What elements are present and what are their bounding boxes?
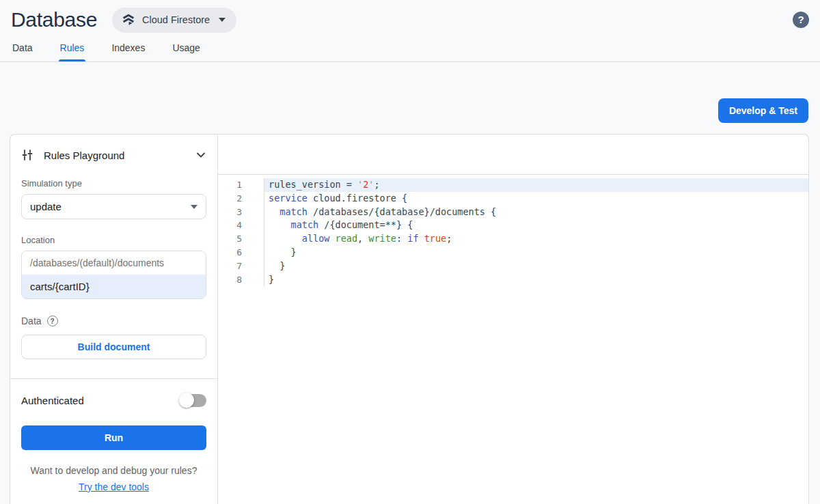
tab-indexes[interactable]: Indexes [110, 42, 146, 61]
data-label-row: Data ? [21, 316, 206, 326]
simulation-type-value: update [30, 201, 62, 212]
code-text: } [264, 273, 808, 287]
location-prefix-input[interactable] [22, 251, 206, 275]
authenticated-row: Authenticated [21, 393, 206, 408]
line-number: 5 [218, 232, 264, 246]
chevron-down-icon [195, 150, 206, 160]
panel-divider [10, 378, 217, 379]
editor-toolbar [218, 135, 808, 175]
line-number: 8 [218, 273, 264, 287]
data-label: Data [21, 316, 42, 326]
action-band: Develop & Test [0, 62, 820, 134]
rules-code-editor: 1rules_version = '2';2service cloud.fire… [218, 135, 808, 504]
product-selector-dropdown[interactable]: Cloud Firestore [112, 8, 236, 33]
tab-rules[interactable]: Rules [59, 42, 86, 61]
toggle-thumb [179, 393, 194, 408]
tab-usage[interactable]: Usage [171, 42, 201, 61]
rules-playground-panel: Rules Playground Simulation type update … [10, 135, 218, 504]
location-path-input[interactable] [22, 275, 206, 298]
authenticated-label: Authenticated [21, 395, 84, 406]
product-selector-label: Cloud Firestore [142, 14, 210, 25]
code-line-5[interactable]: 5 allow read, write: if true; [218, 232, 808, 246]
tune-icon [21, 148, 35, 162]
code-text: rules_version = '2'; [264, 178, 808, 192]
run-button[interactable]: Run [21, 425, 206, 450]
code-text: match /{document=**} { [264, 219, 808, 232]
data-help-icon[interactable]: ? [47, 316, 58, 326]
question-mark-icon: ? [797, 14, 804, 25]
code-text: } [264, 246, 808, 260]
code-line-7[interactable]: 7 } [218, 260, 808, 273]
rules-card: Rules Playground Simulation type update … [10, 134, 809, 504]
simulation-type-select[interactable]: update [21, 194, 206, 219]
tab-data[interactable]: Data [11, 42, 34, 61]
code-line-2[interactable]: 2service cloud.firestore { [218, 192, 808, 206]
rules-playground-header[interactable]: Rules Playground [10, 135, 217, 176]
code-area[interactable]: 1rules_version = '2';2service cloud.fire… [218, 175, 808, 504]
tab-bar: DataRulesIndexesUsage [0, 37, 820, 62]
line-number: 4 [218, 219, 264, 232]
build-document-button[interactable]: Build document [21, 335, 206, 359]
panel-body: Simulation type update Location Data ? [10, 176, 217, 493]
help-button[interactable]: ? [793, 12, 809, 28]
develop-and-test-button[interactable]: Develop & Test [718, 98, 808, 123]
line-number: 3 [218, 206, 264, 219]
line-number: 7 [218, 260, 264, 273]
firebase-database-rules-page: Database Cloud Firestore ? DataRulesInde… [0, 0, 820, 504]
collapse-panel-button[interactable] [195, 150, 206, 160]
location-field [21, 251, 206, 299]
chevron-down-icon [191, 205, 197, 209]
code-text: } [264, 260, 808, 273]
code-line-6[interactable]: 6 } [218, 246, 808, 260]
line-number: 2 [218, 192, 264, 206]
dev-tools-question: Want to develop and debug your rules? [21, 465, 206, 476]
code-line-3[interactable]: 3 match /databases/{database}/documents … [218, 206, 808, 219]
location-label: Location [21, 235, 206, 245]
chevron-down-icon [219, 18, 226, 22]
code-line-1[interactable]: 1rules_version = '2'; [218, 178, 808, 192]
code-line-4[interactable]: 4 match /{document=**} { [218, 219, 808, 232]
app-header: Database Cloud Firestore ? [0, 0, 820, 37]
line-number: 1 [218, 178, 264, 192]
code-text: match /databases/{database}/documents { [264, 206, 808, 219]
try-dev-tools-link[interactable]: Try the dev tools [79, 481, 149, 492]
rules-playground-title: Rules Playground [44, 150, 187, 161]
firestore-icon [121, 12, 136, 27]
page-title: Database [11, 8, 97, 31]
panel-footer: Want to develop and debug your rules? Tr… [21, 465, 206, 493]
code-text: allow read, write: if true; [264, 232, 808, 246]
simulation-type-label: Simulation type [21, 178, 206, 188]
line-number: 6 [218, 246, 264, 260]
authenticated-toggle[interactable] [179, 393, 206, 408]
code-line-8[interactable]: 8} [218, 273, 808, 287]
code-text: service cloud.firestore { [264, 192, 808, 206]
